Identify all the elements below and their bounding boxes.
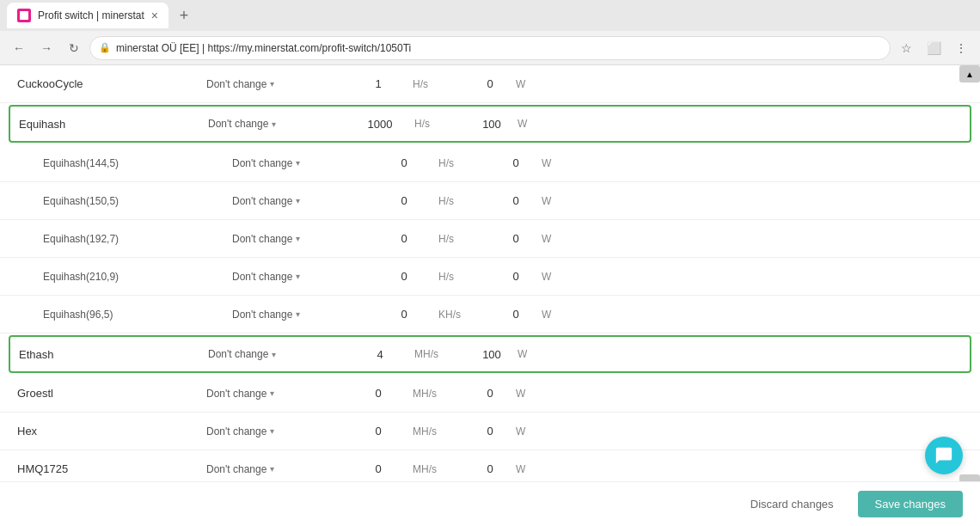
dropdown-cell: Don't change ▾ <box>232 309 370 321</box>
dropdown-value: Don't change <box>232 271 292 283</box>
power-unit: W <box>516 78 542 90</box>
dropdown-value: Don't change <box>208 118 268 130</box>
footer: Discard changes Save changes <box>0 481 980 526</box>
hashrate-unit: MH/s <box>413 425 464 437</box>
scroll-up-button[interactable]: ▲ <box>959 65 980 83</box>
refresh-button[interactable]: ↻ <box>62 36 86 60</box>
dropdown-cell: Don't change ▾ <box>232 195 370 207</box>
power-value[interactable]: 100 <box>466 118 518 131</box>
table-row: CuckooCycle Don't change ▾ 1 H/s 0 W <box>0 65 980 103</box>
discard-changes-button[interactable]: Discard changes <box>737 491 848 517</box>
dont-change-dropdown[interactable]: Don't change ▾ <box>208 348 346 360</box>
algo-name: Equihash(210,9) <box>43 271 232 283</box>
hashrate-unit: H/s <box>438 195 490 207</box>
bookmark-button[interactable]: ☆ <box>894 36 918 60</box>
algo-name: Equihash <box>19 118 208 131</box>
dont-change-dropdown[interactable]: Don't change ▾ <box>232 195 370 207</box>
dont-change-dropdown[interactable]: Don't change ▾ <box>232 309 370 321</box>
power-value[interactable]: 0 <box>490 194 542 207</box>
dropdown-cell: Don't change ▾ <box>208 118 346 130</box>
hashrate-value[interactable]: 0 <box>344 387 413 400</box>
page-content: CuckooCycle Don't change ▾ 1 H/s 0 W Equ… <box>0 65 980 526</box>
dont-change-dropdown[interactable]: Don't change ▾ <box>206 78 344 90</box>
power-value[interactable]: 0 <box>464 425 516 437</box>
dont-change-dropdown[interactable]: Don't change ▾ <box>206 425 344 437</box>
chevron-down-icon: ▾ <box>270 464 274 474</box>
hashrate-value[interactable]: 1 <box>344 77 413 90</box>
hashrate-value[interactable]: 1000 <box>346 118 414 131</box>
power-unit: W <box>542 233 567 245</box>
algo-table: CuckooCycle Don't change ▾ 1 H/s 0 W Equ… <box>0 65 980 526</box>
table-row: Equihash Don't change ▾ 1000 H/s 100 W <box>9 105 971 143</box>
dont-change-dropdown[interactable]: Don't change ▾ <box>232 271 370 283</box>
browser-chrome: Profit switch | minerstat × + ← → ↻ 🔒 mi… <box>0 0 980 65</box>
tab-close-button[interactable]: × <box>151 9 158 22</box>
dropdown-cell: Don't change ▾ <box>206 463 344 475</box>
hashrate-value[interactable]: 0 <box>370 270 438 283</box>
power-value[interactable]: 0 <box>464 462 516 475</box>
nav-actions: ☆ ⬜ ⋮ <box>894 36 973 60</box>
dont-change-dropdown[interactable]: Don't change ▾ <box>232 157 370 169</box>
dont-change-dropdown[interactable]: Don't change ▾ <box>206 463 344 475</box>
dropdown-value: Don't change <box>208 348 268 360</box>
power-value[interactable]: 0 <box>490 308 542 321</box>
new-tab-button[interactable]: + <box>172 3 196 28</box>
power-value[interactable]: 0 <box>490 156 542 169</box>
hashrate-unit: MH/s <box>413 463 464 475</box>
extension-button[interactable]: ⬜ <box>922 36 946 60</box>
power-unit: W <box>542 157 567 169</box>
nav-bar: ← → ↻ 🔒 minerstat OÜ [EE] | https://my.m… <box>0 31 980 65</box>
dropdown-cell: Don't change ▾ <box>206 388 344 400</box>
chat-button[interactable] <box>925 437 963 474</box>
back-button[interactable]: ← <box>7 36 31 60</box>
hashrate-value[interactable]: 0 <box>370 232 438 245</box>
power-value[interactable]: 0 <box>490 270 542 283</box>
chevron-down-icon: ▾ <box>296 158 300 168</box>
dropdown-value: Don't change <box>206 463 266 475</box>
power-value[interactable]: 0 <box>464 77 516 90</box>
chevron-down-icon: ▾ <box>296 309 300 319</box>
power-value[interactable]: 0 <box>490 232 542 245</box>
hashrate-value[interactable]: 0 <box>344 425 413 437</box>
save-changes-button[interactable]: Save changes <box>858 491 963 517</box>
hashrate-value[interactable]: 0 <box>370 308 438 321</box>
dont-change-dropdown[interactable]: Don't change ▾ <box>208 118 346 130</box>
hashrate-value[interactable]: 0 <box>370 156 438 169</box>
dropdown-value: Don't change <box>232 233 292 245</box>
hashrate-unit: MH/s <box>414 348 466 360</box>
table-row: Equihash(96,5) Don't change ▾ 0 KH/s 0 W <box>0 296 980 333</box>
dropdown-cell: Don't change ▾ <box>208 348 346 360</box>
algo-name: Equihash(150,5) <box>43 195 232 207</box>
dropdown-value: Don't change <box>232 309 292 321</box>
address-bar[interactable]: 🔒 minerstat OÜ [EE] | https://my.minerst… <box>89 36 891 60</box>
power-value[interactable]: 0 <box>464 387 516 400</box>
algo-name: Equihash(192,7) <box>43 233 232 245</box>
hashrate-unit: H/s <box>438 157 490 169</box>
dropdown-cell: Don't change ▾ <box>232 157 370 169</box>
table-row: Hex Don't change ▾ 0 MH/s 0 W <box>0 413 980 450</box>
power-unit: W <box>516 425 542 437</box>
power-unit: W <box>518 118 543 130</box>
power-value[interactable]: 100 <box>466 348 518 361</box>
hashrate-value[interactable]: 0 <box>370 194 438 207</box>
hashrate-value[interactable]: 4 <box>346 348 414 361</box>
chevron-down-icon: ▾ <box>270 426 274 436</box>
power-unit: W <box>542 309 567 321</box>
menu-button[interactable]: ⋮ <box>949 36 973 60</box>
tab-title: Profit switch | minerstat <box>38 9 144 21</box>
active-tab[interactable]: Profit switch | minerstat × <box>7 3 168 28</box>
chevron-down-icon: ▾ <box>296 234 300 243</box>
forward-button[interactable]: → <box>34 36 58 60</box>
svg-rect-0 <box>20 11 28 20</box>
hashrate-unit: KH/s <box>438 309 490 321</box>
chevron-down-icon: ▾ <box>296 272 300 281</box>
dont-change-dropdown[interactable]: Don't change ▾ <box>232 233 370 245</box>
dropdown-cell: Don't change ▾ <box>232 233 370 245</box>
dropdown-cell: Don't change ▾ <box>232 271 370 283</box>
algo-name: Ethash <box>19 348 208 361</box>
dropdown-cell: Don't change ▾ <box>206 425 344 437</box>
hashrate-value[interactable]: 0 <box>344 462 413 475</box>
dont-change-dropdown[interactable]: Don't change ▾ <box>206 388 344 400</box>
table-row: Ethash Don't change ▾ 4 MH/s 100 W <box>9 335 971 373</box>
dropdown-cell: Don't change ▾ <box>206 78 344 90</box>
